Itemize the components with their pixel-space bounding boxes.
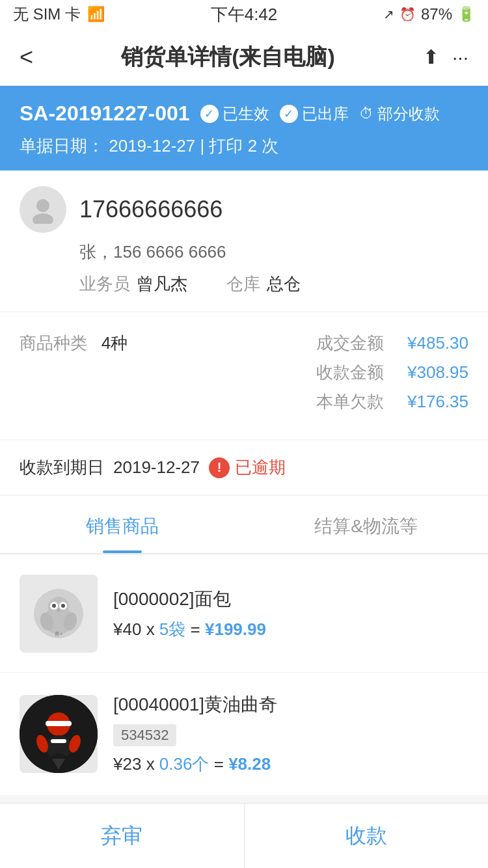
qty-2: 0.36个 (159, 754, 210, 774)
received-label: 收款金额 (316, 361, 394, 384)
product-types-count: 4种 (102, 333, 128, 353)
wifi-icon: 📶 (87, 6, 105, 23)
product-item-2: [00040001]黄油曲奇 534532 ¥23 x 0.36个 = ¥8.2… (0, 673, 488, 796)
nav-actions: ⬆ ··· (423, 46, 468, 68)
overdue-icon: ! (209, 457, 230, 478)
status-right: ↗ ⏰ 87% 🔋 (383, 5, 475, 23)
product-item: 兽+ [0000002]面包 ¥40 x 5袋 = ¥199.99 (0, 555, 488, 673)
share-icon[interactable]: ⬆ (423, 46, 439, 68)
overdue-text: 已逾期 (235, 456, 286, 479)
status-text-1: 已生效 (223, 103, 269, 124)
warehouse-value: 总仓 (267, 273, 301, 295)
price-x-2: x (146, 754, 159, 774)
location-icon: ↗ (383, 7, 394, 22)
customer-meta: 业务员 曾凡杰 仓库 总仓 (79, 273, 468, 295)
order-header: SA-20191227-001 ✓ 已生效 ✓ 已出库 ⏱ 部分收款 单据日期：… (0, 86, 488, 170)
product-sku-2: 534532 (113, 724, 176, 746)
products-section: 兽+ [0000002]面包 ¥40 x 5袋 = ¥199.99 (0, 555, 488, 796)
tab-sales-products[interactable]: 销售商品 (0, 496, 244, 553)
svg-rect-15 (46, 721, 72, 726)
status-bar: 无 SIM 卡 📶 下午4:42 ↗ ⏰ 87% 🔋 (0, 0, 488, 29)
alarm-icon: ⏰ (400, 7, 416, 22)
avatar (20, 186, 66, 233)
status-badge-partial: ⏱ 部分收款 (359, 103, 440, 124)
nav-bar: < 销货单详情(来自电脑) ⬆ ··· (0, 29, 488, 86)
due-date: 2019-12-27 (113, 457, 200, 478)
date-label: 单据日期： (20, 136, 104, 156)
product-img-circle-2 (20, 695, 98, 773)
tab-settlement-logistics[interactable]: 结算&物流等 (244, 496, 488, 553)
svg-text:兽+: 兽+ (55, 631, 63, 637)
battery-text: 87% (421, 5, 452, 23)
abandon-review-button[interactable]: 弃审 (0, 804, 245, 868)
tabs-row: 销售商品 结算&物流等 (0, 496, 488, 554)
product-price-1: ¥40 x 5袋 = ¥199.99 (113, 618, 468, 641)
warehouse-label: 仓库 (226, 273, 260, 295)
overdue-badge: ! 已逾期 (209, 456, 286, 479)
status-text-3: 部分收款 (377, 103, 440, 124)
product-name-2: [00040001]黄油曲奇 (113, 692, 468, 717)
page-title: 销货单详情(来自电脑) (121, 42, 335, 72)
bottom-bar: 弃审 收款 (0, 803, 488, 868)
print-info: | 打印 2 次 (200, 136, 278, 156)
svg-point-7 (52, 604, 56, 608)
product-name-1: [0000002]面包 (113, 587, 468, 612)
total-1: ¥199.99 (205, 619, 266, 639)
amount-row: 成交金额 ¥485.30 (316, 332, 468, 355)
back-button[interactable]: < (20, 44, 33, 71)
tabs-section: 销售商品 结算&物流等 (0, 496, 488, 554)
svg-point-0 (36, 199, 49, 212)
clock-icon: ⏱ (359, 105, 373, 122)
collect-payment-button[interactable]: 收款 (245, 804, 489, 868)
debt-label: 本单欠款 (316, 390, 394, 413)
order-id: SA-20191227-001 (20, 102, 190, 126)
amount-label: 成交金额 (316, 332, 394, 355)
due-label: 收款到期日 (20, 456, 104, 479)
salesperson-value: 曾凡杰 (137, 273, 187, 295)
product-img-placeholder-1: 兽+ (20, 575, 98, 653)
equals-1: = (191, 619, 205, 639)
svg-rect-19 (51, 739, 66, 743)
customer-contact: 张，156 6666 6666 (79, 241, 468, 264)
status-text-2: 已出库 (302, 103, 349, 124)
carrier-text: 无 SIM 卡 (13, 4, 81, 25)
status-left: 无 SIM 卡 📶 (13, 4, 105, 25)
received-value: ¥308.95 (407, 362, 468, 383)
product-image-2 (20, 695, 98, 773)
status-time: 下午4:42 (211, 3, 278, 26)
tab-settlement-logistics-label: 结算&物流等 (314, 516, 418, 536)
total-2: ¥8.28 (228, 754, 271, 774)
status-badge-effective: ✓ 已生效 (200, 103, 269, 124)
svg-point-8 (61, 604, 65, 608)
equals-2: = (214, 754, 228, 774)
product-types-label: 商品种类 (20, 333, 87, 353)
qty-1: 5袋 (159, 619, 185, 639)
product-info-2: [00040001]黄油曲奇 534532 ¥23 x 0.36个 = ¥8.2… (113, 692, 468, 776)
price-x-1: x (146, 619, 159, 639)
check-icon-2: ✓ (280, 105, 298, 123)
more-icon[interactable]: ··· (452, 46, 468, 68)
price-base-1: ¥40 (113, 619, 141, 639)
status-badge-shipped: ✓ 已出库 (280, 103, 349, 124)
product-price-2: ¥23 x 0.36个 = ¥8.28 (113, 753, 468, 776)
debt-row: 本单欠款 ¥176.35 (316, 390, 468, 413)
product-types: 商品种类 4种 (20, 332, 128, 355)
product-image-1: 兽+ (20, 575, 98, 653)
due-section: 收款到期日 2019-12-27 ! 已逾期 (0, 441, 488, 495)
customer-section: 17666666666 张，156 6666 6666 业务员 曾凡杰 仓库 总… (0, 170, 488, 311)
salesperson-label: 业务员 (79, 273, 130, 295)
product-info-1: [0000002]面包 ¥40 x 5袋 = ¥199.99 (113, 587, 468, 641)
financial-summary: 成交金额 ¥485.30 收款金额 ¥308.95 本单欠款 ¥176.35 (316, 332, 468, 420)
price-base-2: ¥23 (113, 754, 141, 774)
battery-icon: 🔋 (457, 6, 475, 23)
amount-value: ¥485.30 (407, 333, 468, 353)
customer-name: 17666666666 (79, 196, 223, 223)
summary-section: 商品种类 4种 成交金额 ¥485.30 收款金额 ¥308.95 本单欠款 ¥… (0, 312, 488, 439)
order-date-value: 2019-12-27 (109, 136, 195, 156)
svg-point-1 (33, 213, 53, 224)
received-row: 收款金额 ¥308.95 (316, 361, 468, 384)
tab-sales-products-label: 销售商品 (86, 516, 159, 536)
debt-value: ¥176.35 (407, 392, 468, 412)
check-icon-1: ✓ (200, 105, 219, 123)
order-date-row: 单据日期： 2019-12-27 | 打印 2 次 (20, 135, 468, 157)
